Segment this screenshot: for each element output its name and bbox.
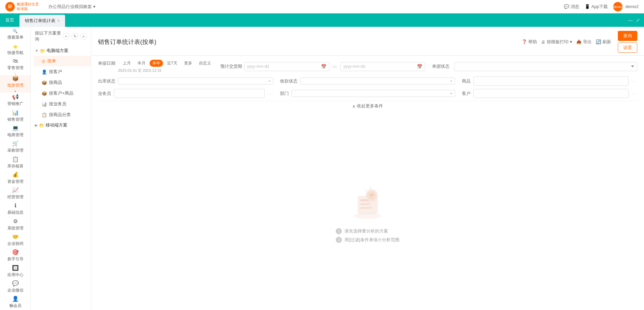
query-button[interactable]: 查询 [618, 31, 637, 41]
sidebar-item-quick-nav[interactable]: ⭐ 快捷导航 [0, 42, 31, 58]
expected-date-label: 预计交货期 [220, 63, 242, 69]
sidebar-item-finance[interactable]: 💰 资金管理 [0, 170, 31, 186]
collapse-filter-button[interactable]: ∧ 收起更多条件 [98, 101, 637, 111]
salesperson-filter: 业务员 ··· [98, 89, 273, 98]
sidebar-item-sales[interactable]: 📊 销售管理 [0, 108, 31, 123]
page-header: 销售订单统计表(按单) ❓ 帮助 🖨 按模板打印 ▾ 📤 导出 🔄 刷新 [91, 27, 644, 56]
date-separator: — [333, 64, 337, 69]
scheme-icon-4: 📊 [42, 102, 47, 107]
left-panel: 按以下方案查询 + ✎ « ▼ 📁 电脑端方案 ⊙ 按单 [31, 27, 91, 310]
shortcut-more[interactable]: 更多 [181, 60, 195, 67]
scheme-item-by-customer-goods[interactable]: 📦 按客户+商品 [34, 88, 91, 99]
delivery-dropdown-icon: ▾ [269, 79, 270, 83]
topbar-left: 好 畅捷通好生意 标准版 办公用品行业模拟账套 ▾ [5, 2, 96, 11]
tab-close-button[interactable]: × [57, 18, 60, 23]
scheme-tree: ▼ 📁 电脑端方案 ⊙ 按单 👤 按客户 📦 按商品 [31, 44, 91, 310]
add-scheme-button[interactable]: + [63, 33, 69, 40]
sidebar-item-basic[interactable]: ℹ 基础信息 [0, 201, 31, 217]
date-range-hint: 2023-01-01 至 2023-12-31 [118, 68, 162, 72]
finance-icon: 💰 [12, 171, 19, 178]
sidebar-item-purchase[interactable]: 🛒 采购管理 [0, 139, 31, 155]
shortcut-7days[interactable]: 近7天 [164, 60, 180, 67]
tab-sales-order-summary[interactable]: 销售订单统计表 × [19, 15, 65, 27]
refresh-button[interactable]: 🔄 刷新 [596, 39, 611, 45]
svg-rect-3 [360, 203, 370, 205]
print-icon: 🖨 [541, 39, 545, 44]
sidebar-item-retail[interactable]: 🛍 零售管理 ▾ [0, 58, 31, 75]
tree-group-mobile-header[interactable]: ▶ 📁 移动端方案 [31, 120, 91, 130]
app-download-button[interactable]: 📱 App下载 [585, 4, 608, 10]
marketing-icon: 📢 [12, 94, 19, 100]
shortcut-this-year[interactable]: 本年 [150, 60, 163, 67]
empty-illustration [347, 183, 388, 223]
customer-input[interactable] [473, 89, 629, 98]
receipt-label: 收款状态 [280, 78, 298, 84]
scheme-item-by-order[interactable]: ⊙ 按单 [34, 56, 91, 66]
setting-button[interactable]: 设置 [618, 43, 637, 53]
sidebar-item-wholesale[interactable]: 📦 批发管理 ▴ [0, 75, 31, 93]
salesperson-label: 业务员 [98, 91, 111, 97]
empty-state: 1 请先选择要分析的方案 2 用[过滤]条件来缩小分析范围 [91, 115, 644, 310]
calendar-icon-from: 📅 [321, 64, 326, 69]
sidebar-item-guide[interactable]: 🎯 新手引导 [0, 248, 31, 263]
tree-desktop-items: ⊙ 按单 👤 按客户 📦 按商品 📦 按客户+商品 [31, 56, 91, 120]
expected-date-to[interactable]: yyyy-mm-dd 📅 [340, 62, 426, 71]
tree-group-mobile: ▶ 📁 移动端方案 [31, 120, 91, 130]
tree-group-desktop: ▼ 📁 电脑端方案 ⊙ 按单 👤 按客户 📦 按商品 [31, 46, 91, 120]
salesperson-more-button[interactable]: ··· [267, 91, 273, 96]
salesperson-input[interactable] [114, 89, 265, 98]
print-dropdown-icon: ▾ [570, 39, 572, 44]
edit-scheme-button[interactable]: ✎ [71, 33, 78, 40]
receipt-select[interactable]: ▾ [300, 78, 455, 85]
left-panel-header: 按以下方案查询 + ✎ « [31, 27, 91, 44]
sidebar-item-inventory[interactable]: 📋 库存核算 [0, 155, 31, 170]
goods-input[interactable] [473, 76, 629, 86]
shortcut-custom[interactable]: 自定义 [196, 60, 214, 67]
print-button[interactable]: 🖨 按模板打印 ▾ [541, 39, 572, 45]
svg-rect-4 [360, 207, 372, 209]
sidebar-search[interactable]: 🔍 搜索菜单 [0, 27, 31, 42]
sidebar-item-collab[interactable]: 🤝 企业协同 [0, 232, 31, 248]
chevron-down-icon: ▾ [93, 4, 96, 9]
scheme-item-by-goods[interactable]: 📦 按商品 [34, 77, 91, 88]
goods-more-button[interactable]: ··· [631, 79, 637, 84]
shortcut-last-month[interactable]: 上月 [120, 60, 133, 67]
filter-area: 单据日期 上月 本月 本年 近7天 更多 自定义 2023-01-01 至 20… [91, 56, 644, 115]
customer-label: 客户 [462, 91, 471, 97]
sidebar-item-apps[interactable]: 🔲 应用中心 [0, 263, 31, 279]
message-icon: 💬 [564, 4, 569, 9]
status-select[interactable] [454, 62, 637, 71]
scheme-item-by-salesperson[interactable]: 📊 按业务员 [34, 99, 91, 109]
company-selector[interactable]: 办公用品行业模拟账套 ▾ [48, 4, 96, 10]
user-menu[interactable]: demo2 demo2 [613, 2, 639, 11]
scheme-item-by-category[interactable]: 📋 按商品分类 [34, 109, 91, 120]
expected-date-from[interactable]: yyyy-mm-dd 📅 [244, 62, 329, 71]
tab-home[interactable]: 首页 [0, 13, 19, 27]
sidebar-item-wechat[interactable]: 💬 企业微信 [0, 279, 31, 294]
export-button[interactable]: 📤 导出 [576, 39, 592, 45]
tree-group-desktop-header[interactable]: ▼ 📁 电脑端方案 [31, 46, 91, 56]
calendar-icon-to: 📅 [417, 64, 422, 69]
delivery-select[interactable]: ▾ [118, 78, 273, 85]
scheme-item-by-customer[interactable]: 👤 按客户 [34, 66, 91, 77]
sidebar-item-management[interactable]: 📈 经营管理 [0, 186, 31, 201]
collapse-panel-button[interactable]: « [80, 33, 87, 40]
sidebar-item-ecommerce[interactable]: 💻 电商管理 [0, 123, 31, 139]
help-button[interactable]: ❓ 帮助 [522, 39, 537, 45]
sidebar-item-system[interactable]: ⚙ 系统管理 [0, 217, 31, 232]
ecommerce-icon: 💻 [12, 125, 19, 131]
customer-filter: 客户 ··· [462, 89, 637, 98]
system-icon: ⚙ [13, 218, 18, 224]
scheme-icon-0: ⊙ [42, 59, 45, 64]
sidebar-item-member[interactable]: 👤 畅会员 [0, 295, 31, 310]
shortcut-this-month[interactable]: 本月 [135, 60, 148, 67]
window-maximize-button[interactable]: ⤢ [636, 17, 640, 23]
quick-nav-icon: ⭐ [13, 44, 18, 49]
left-panel-title: 按以下方案查询 [35, 30, 63, 42]
folder-icon-mobile: 📁 [39, 123, 44, 128]
sidebar-item-marketing[interactable]: 📢 营销推广 [0, 93, 31, 108]
message-button[interactable]: 💬 消息 [564, 4, 579, 10]
customer-more-button[interactable]: ··· [631, 91, 637, 96]
window-minimize-button[interactable]: — [628, 17, 633, 23]
dept-select[interactable]: ▾ [291, 90, 455, 97]
